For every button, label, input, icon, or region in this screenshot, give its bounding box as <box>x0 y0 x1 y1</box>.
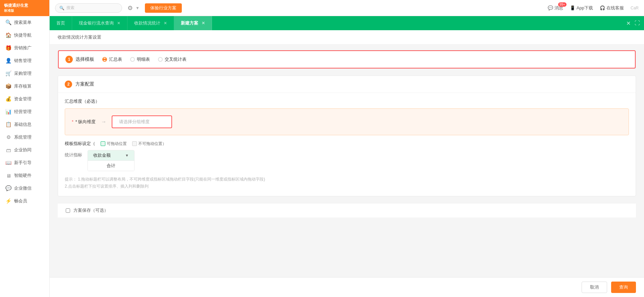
sidebar-item-label: 新手引导 <box>14 160 32 166</box>
metrics-config-label: 模板指标设定（ 可拖动位置 不可拖动位置） <box>65 141 629 147</box>
dimension-subsection-title: 汇总维度（必选） <box>65 98 629 104</box>
sidebar-item-wechat-biz[interactable]: 💬 企业微信 <box>0 182 49 195</box>
sidebar-item-label: 搜索菜单 <box>14 19 32 26</box>
tab-expand-icon[interactable]: ⛶ <box>635 20 640 26</box>
content-header: 收款情况统计方案设置 <box>50 30 644 45</box>
sidebar-item-system[interactable]: ⚙ 系统管理 <box>0 131 49 144</box>
page-title: 收款情况统计方案设置 <box>58 35 101 40</box>
tab-new-plan[interactable]: 新建方案 ✕ <box>174 16 212 30</box>
sidebar-item-purchase[interactable]: 🛒 采购管理 <box>0 67 49 80</box>
sidebar-item-label: 库存核算 <box>14 83 32 89</box>
sidebar-item-quick-nav[interactable]: 🏠 快捷导航 <box>0 29 49 42</box>
sidebar-item-label: 智能硬件 <box>14 172 32 179</box>
step2-section: 2 方案配置 汇总维度（必选） * * 纵向维度 → 请选择分组维度 <box>58 76 636 196</box>
metrics-table-cell-total: 合计 <box>88 161 134 171</box>
operation-icon: 📊 <box>5 109 11 115</box>
dimension-row: * * 纵向维度 → 请选择分组维度 <box>72 115 622 128</box>
radio-detail-circle <box>130 57 135 62</box>
metrics-table-header[interactable]: 收款金额 ▼ <box>88 150 134 161</box>
sidebar-logo: 畅捷通好生意 标准版 <box>0 0 49 16</box>
dimension-area: * * 纵向维度 → 请选择分组维度 <box>65 108 629 135</box>
sidebar-item-member[interactable]: ⚡ 畅会员 <box>0 195 49 207</box>
basic-info-icon: 📋 <box>5 121 11 128</box>
plan-save-row: 方案保存（可选） <box>58 203 636 217</box>
tab-receipt-stats-label: 收款情况统计 <box>134 20 160 26</box>
non-draggable-hint: 不可拖动位置） <box>132 141 166 147</box>
newbie-icon: 📖 <box>5 160 11 166</box>
sidebar: 畅捷通好生意 标准版 🔍 搜索菜单 🏠 快捷导航 🎁 营销推广 👤 销售管理 🛒… <box>0 0 50 297</box>
sidebar-item-label: 资金管理 <box>14 96 32 102</box>
dimension-arrow-icon: → <box>101 119 106 125</box>
message-icon: 💬 <box>548 5 553 10</box>
req-mark: * <box>72 119 73 124</box>
content-area: 收款情况统计方案设置 1 选择模板 汇总表 <box>50 30 644 297</box>
message-badge: 99+ <box>558 2 567 7</box>
plan-save-label: 方案保存（可选） <box>73 207 108 213</box>
sidebar-item-search-menu[interactable]: 🔍 搜索菜单 <box>0 16 49 29</box>
metrics-table-area: 统计指标 收款金额 ▼ 合计 <box>65 150 629 171</box>
radio-cross-label: 交叉统计表 <box>165 56 186 62</box>
cancel-button[interactable]: 取消 <box>582 282 607 293</box>
message-button[interactable]: 💬 消息 99+ <box>548 5 563 11</box>
sidebar-item-smart-hw[interactable]: 🖥 智能硬件 <box>0 169 49 182</box>
radio-detail[interactable]: 明细表 <box>130 56 150 62</box>
bottom-action-bar: 取消 查询 <box>50 277 644 297</box>
online-service-button[interactable]: 🎧 在线客服 <box>600 5 624 11</box>
logo-badge: 标准版 <box>4 8 28 13</box>
draggable-hint-text: 可拖动位置 <box>107 141 127 147</box>
metrics-table: 收款金额 ▼ 合计 <box>88 150 135 171</box>
step1-title: 选择模板 <box>75 56 94 62</box>
plan-config-body: 汇总维度（必选） * * 纵向维度 → 请选择分组维度 <box>58 93 636 196</box>
sidebar-item-operation[interactable]: 📊 经营管理 <box>0 105 49 118</box>
tip-1: 提示： 1.拖动标题栏可以调整布局，不可跨维度或指标区域拖动栏目字段(只能在同一… <box>65 177 629 182</box>
step2-num: 2 <box>65 81 72 88</box>
tab-bank-flow-close-icon[interactable]: ✕ <box>117 21 120 26</box>
main-area: 🔍 搜索 ⚙ ▼ 体验行业方案 💬 消息 99+ 📱 App下载 🎧 在线客服 … <box>50 0 644 297</box>
query-button[interactable]: 查询 <box>611 282 636 293</box>
sidebar-item-finance[interactable]: 💰 资金管理 <box>0 93 49 105</box>
content-body: 1 选择模板 汇总表 明细表 交叉统计 <box>50 45 644 277</box>
top-bar-right: 💬 消息 99+ 📱 App下载 🎧 在线客服 CaR <box>548 5 639 11</box>
tab-receipt-stats[interactable]: 收款情况统计 ✕ <box>127 16 174 30</box>
radio-summary[interactable]: 汇总表 <box>102 56 122 62</box>
draggable-hint: 可拖动位置 <box>101 141 127 147</box>
radio-summary-label: 汇总表 <box>109 56 122 62</box>
app-download-label: App下载 <box>577 5 593 11</box>
tab-receipt-stats-close-icon[interactable]: ✕ <box>164 21 167 26</box>
sidebar-item-label: 快捷导航 <box>14 32 32 38</box>
radio-cross-circle <box>158 57 163 62</box>
tab-home-label: 首页 <box>56 20 65 26</box>
settings-icon[interactable]: ⚙ <box>127 4 133 12</box>
dropdown-arrow-icon[interactable]: ▼ <box>136 6 140 10</box>
tab-close-icon[interactable]: ✕ <box>626 20 631 27</box>
metrics-col-header: 收款金额 <box>93 152 111 158</box>
metrics-config: 模板指标设定（ 可拖动位置 不可拖动位置） 统计指标 <box>65 141 629 189</box>
sidebar-item-newbie[interactable]: 📖 新手引导 <box>0 156 49 169</box>
step1-section: 1 选择模板 汇总表 明细表 交叉统计 <box>58 50 636 69</box>
tab-home[interactable]: 首页 <box>50 16 72 30</box>
sidebar-item-basic-info[interactable]: 📋 基础信息 <box>0 118 49 131</box>
trial-button[interactable]: 体验行业方案 <box>145 3 182 13</box>
dimension-placeholder[interactable]: 请选择分组维度 <box>112 115 172 128</box>
search-icon: 🔍 <box>59 6 64 10</box>
search-box[interactable]: 🔍 搜索 <box>55 3 122 13</box>
non-draggable-hint-text: 不可拖动位置） <box>138 141 166 147</box>
sidebar-item-label: 销售管理 <box>14 58 32 64</box>
top-bar: 🔍 搜索 ⚙ ▼ 体验行业方案 💬 消息 99+ 📱 App下载 🎧 在线客服 … <box>50 0 644 16</box>
sidebar-item-marketing[interactable]: 🎁 营销推广 <box>0 42 49 54</box>
app-download-button[interactable]: 📱 App下载 <box>570 5 593 11</box>
tab-bank-flow[interactable]: 现金银行流水查询 ✕ <box>72 16 127 30</box>
sidebar-item-label: 基础信息 <box>14 121 32 128</box>
sidebar-item-inventory[interactable]: 📦 库存核算 <box>0 80 49 93</box>
tab-new-plan-close-icon[interactable]: ✕ <box>202 21 205 26</box>
inventory-icon: 📦 <box>5 83 11 89</box>
plan-save-checkbox[interactable] <box>66 208 70 213</box>
sidebar-item-sales[interactable]: 👤 销售管理 <box>0 54 49 67</box>
radio-summary-circle <box>102 57 107 62</box>
radio-cross[interactable]: 交叉统计表 <box>158 56 186 62</box>
finance-icon: 💰 <box>5 96 11 102</box>
metrics-dropdown-icon[interactable]: ▼ <box>125 153 129 157</box>
app-icon: 📱 <box>570 5 575 10</box>
sidebar-item-enterprise[interactable]: 🗃 企业协同 <box>0 144 49 156</box>
tab-bank-flow-label: 现金银行流水查询 <box>79 20 114 26</box>
